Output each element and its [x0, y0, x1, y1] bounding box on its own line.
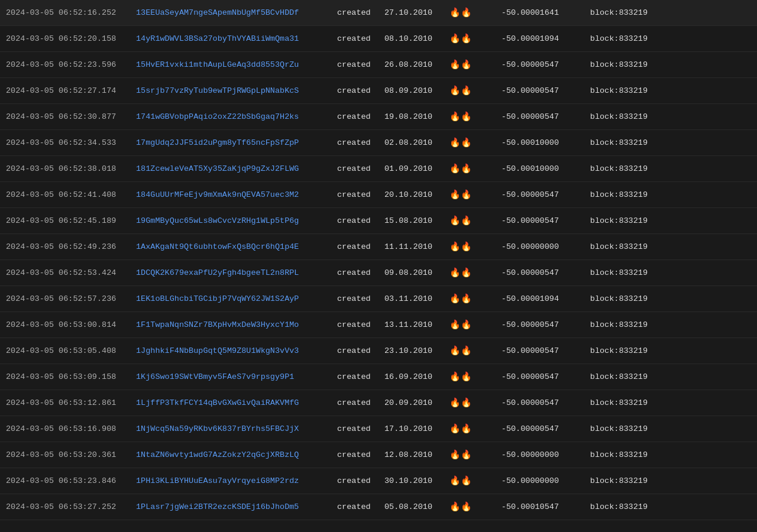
hash-link[interactable]: 1741wGBVobpPAqio2oxZ22bSbGgaq7H2ks — [136, 112, 299, 121]
hash-link[interactable]: 1DCQK2K679exaPfU2yFgh4bgeeTL2n8RPL — [136, 268, 299, 277]
fire-emoji: 🔥🔥 — [449, 59, 482, 70]
hash-link[interactable]: 1F1TwpaNqnSNZr7BXpHvMxDeW3HyxcY1Mo — [136, 320, 299, 329]
table-row: 2024-03-05 06:52:34.533 17mgUdq2JJF5id2u… — [0, 130, 757, 156]
amount-cell: -50.00000000 — [482, 242, 559, 251]
hash-link[interactable]: 1NtaZN6wvty1wdG7AzZokzY2qGcjXRBzLQ — [136, 450, 299, 459]
hash-link[interactable]: 1LjffP3TkfFCY14qBvGXwGivQaiRAKVMfG — [136, 398, 299, 407]
block-cell: block:833219 — [559, 268, 654, 277]
fire-emoji: 🔥🔥 — [449, 449, 482, 460]
block-cell: block:833219 — [559, 476, 654, 485]
hash-cell[interactable]: 1NtaZN6wvty1wdG7AzZokzY2qGcjXRBzLQ — [136, 450, 337, 459]
block-cell: block:833219 — [559, 8, 654, 17]
hash-link[interactable]: 13EEUaSeyAM7ngeSApemNbUgMf5BCvHDDf — [136, 8, 299, 17]
hash-link[interactable]: 1AxAKgaNt9Qt6ubhtowFxQsBQcr6hQ1p4E — [136, 242, 299, 251]
table-row: 2024-03-05 06:52:38.018 181ZcewleVeAT5Xy… — [0, 156, 757, 182]
date-cell: 23.10.2010 — [384, 346, 449, 355]
action-cell: created — [337, 372, 384, 381]
hash-cell[interactable]: 1LjffP3TkfFCY14qBvGXwGivQaiRAKVMfG — [136, 398, 337, 407]
timestamp-cell: 2024-03-05 06:53:27.252 — [6, 502, 136, 511]
amount-cell: -50.00000547 — [482, 190, 559, 199]
action-cell: created — [337, 502, 384, 511]
hash-link[interactable]: 1JghhkiF4NbBupGqtQ5M9Z8U1WkgN3vVv3 — [136, 346, 299, 355]
hash-cell[interactable]: 19GmMByQuc65wLs8wCvcVzRHg1WLp5tP6g — [136, 216, 337, 225]
hash-cell[interactable]: 1AxAKgaNt9Qt6ubhtowFxQsBQcr6hQ1p4E — [136, 242, 337, 251]
action-cell: created — [337, 138, 384, 147]
timestamp-cell: 2024-03-05 06:52:34.533 — [6, 138, 136, 147]
date-cell: 16.09.2010 — [384, 372, 449, 381]
hash-cell[interactable]: 14yR1wDWVL3BSa27obyThVYABiiWmQma31 — [136, 34, 337, 43]
timestamp-cell: 2024-03-05 06:52:16.252 — [6, 8, 136, 17]
block-cell: block:833219 — [559, 60, 654, 69]
fire-emoji: 🔥🔥 — [449, 501, 482, 512]
fire-emoji: 🔥🔥 — [449, 423, 482, 434]
hash-cell[interactable]: 1DCQK2K679exaPfU2yFgh4bgeeTL2n8RPL — [136, 268, 337, 277]
fire-emoji: 🔥🔥 — [449, 397, 482, 408]
amount-cell: -50.00000547 — [482, 112, 559, 121]
hash-cell[interactable]: 13EEUaSeyAM7ngeSApemNbUgMf5BCvHDDf — [136, 8, 337, 17]
hash-link[interactable]: 19GmMByQuc65wLs8wCvcVzRHg1WLp5tP6g — [136, 216, 299, 225]
action-cell: created — [337, 242, 384, 251]
fire-emoji: 🔥🔥 — [449, 475, 482, 486]
hash-cell[interactable]: 1Kj6Swo19SWtVBmyv5FAeS7v9rpsgy9P1 — [136, 372, 337, 381]
table-row: 2024-03-05 06:53:23.846 1PHi3KLiBYHUuEAs… — [0, 468, 757, 494]
action-cell: created — [337, 34, 384, 43]
hash-link[interactable]: 15srjb77vzRyTub9ewTPjRWGpLpNNabKcS — [136, 86, 299, 95]
date-cell: 12.08.2010 — [384, 450, 449, 459]
table-row: 2024-03-05 06:53:20.361 1NtaZN6wvty1wdG7… — [0, 442, 757, 468]
amount-cell: -50.00000547 — [482, 268, 559, 277]
timestamp-cell: 2024-03-05 06:52:53.424 — [6, 268, 136, 277]
block-cell: block:833219 — [559, 190, 654, 199]
hash-link[interactable]: 15HvER1vxki1mthAupLGeAq3dd8553QrZu — [136, 60, 299, 69]
fire-emoji: 🔥🔥 — [449, 293, 482, 304]
action-cell: created — [337, 8, 384, 17]
hash-cell[interactable]: 184GuUUrMFeEjv9mXmAk9nQEVA57uec3M2 — [136, 190, 337, 199]
hash-cell[interactable]: 1F1TwpaNqnSNZr7BXpHvMxDeW3HyxcY1Mo — [136, 320, 337, 329]
hash-cell[interactable]: 15srjb77vzRyTub9ewTPjRWGpLpNNabKcS — [136, 86, 337, 95]
amount-cell: -50.00001094 — [482, 34, 559, 43]
date-cell: 08.10.2010 — [384, 34, 449, 43]
timestamp-cell: 2024-03-05 06:52:30.877 — [6, 112, 136, 121]
hash-link[interactable]: 14yR1wDWVL3BSa27obyThVYABiiWmQma31 — [136, 34, 299, 43]
table-row: 2024-03-05 06:52:53.424 1DCQK2K679exaPfU… — [0, 260, 757, 286]
fire-emoji: 🔥🔥 — [449, 319, 482, 330]
hash-cell[interactable]: 15HvER1vxki1mthAupLGeAq3dd8553QrZu — [136, 60, 337, 69]
table-row: 2024-03-05 06:53:27.252 1PLasr7jgWei2BTR… — [0, 494, 757, 520]
hash-cell[interactable]: 17mgUdq2JJF5id2uPgm8yTf65ncFpSfZpP — [136, 138, 337, 147]
hash-link[interactable]: 1NjWcq5Na59yRKbv6K837rBYrhs5FBCJjX — [136, 424, 299, 433]
timestamp-cell: 2024-03-05 06:52:38.018 — [6, 164, 136, 173]
hash-cell[interactable]: 1PLasr7jgWei2BTR2ezcKSDEj16bJhoDm5 — [136, 502, 337, 511]
hash-cell[interactable]: 1741wGBVobpPAqio2oxZ22bSbGgaq7H2ks — [136, 112, 337, 121]
hash-cell[interactable]: 1JghhkiF4NbBupGqtQ5M9Z8U1WkgN3vVv3 — [136, 346, 337, 355]
block-cell: block:833219 — [559, 86, 654, 95]
hash-link[interactable]: 1PLasr7jgWei2BTR2ezcKSDEj16bJhoDm5 — [136, 502, 299, 511]
fire-emoji: 🔥🔥 — [449, 163, 482, 174]
hash-link[interactable]: 1Kj6Swo19SWtVBmyv5FAeS7v9rpsgy9P1 — [136, 372, 294, 381]
date-cell: 11.11.2010 — [384, 242, 449, 251]
date-cell: 08.09.2010 — [384, 86, 449, 95]
hash-link[interactable]: 17mgUdq2JJF5id2uPgm8yTf65ncFpSfZpP — [136, 138, 299, 147]
action-cell: created — [337, 216, 384, 225]
date-cell: 05.08.2010 — [384, 502, 449, 511]
main-table: 2024-03-05 06:52:16.252 13EEUaSeyAM7ngeS… — [0, 0, 757, 532]
block-cell: block:833219 — [559, 450, 654, 459]
hash-cell[interactable]: 1PHi3KLiBYHUuEAsu7ayVrqyeiG8MP2rdz — [136, 476, 337, 485]
date-cell: 13.11.2010 — [384, 320, 449, 329]
action-cell: created — [337, 294, 384, 303]
block-cell: block:833219 — [559, 164, 654, 173]
timestamp-cell: 2024-03-05 06:52:49.236 — [6, 242, 136, 251]
hash-link[interactable]: 1EK1oBLGhcbiTGCibjP7VqWY62JW1S2AyP — [136, 294, 299, 303]
hash-link[interactable]: 1PHi3KLiBYHUuEAsu7ayVrqyeiG8MP2rdz — [136, 476, 299, 485]
date-cell: 17.10.2010 — [384, 424, 449, 433]
timestamp-cell: 2024-03-05 06:52:20.158 — [6, 34, 136, 43]
hash-link[interactable]: 184GuUUrMFeEjv9mXmAk9nQEVA57uec3M2 — [136, 190, 299, 199]
action-cell: created — [337, 60, 384, 69]
fire-emoji: 🔥🔥 — [449, 137, 482, 148]
action-cell: created — [337, 346, 384, 355]
hash-link[interactable]: 181ZcewleVeAT5Xy35ZaKjqP9gZxJ2FLWG — [136, 164, 299, 173]
table-row: 2024-03-05 06:52:16.252 13EEUaSeyAM7ngeS… — [0, 0, 757, 26]
hash-cell[interactable]: 1EK1oBLGhcbiTGCibjP7VqWY62JW1S2AyP — [136, 294, 337, 303]
block-cell: block:833219 — [559, 372, 654, 381]
hash-cell[interactable]: 181ZcewleVeAT5Xy35ZaKjqP9gZxJ2FLWG — [136, 164, 337, 173]
timestamp-cell: 2024-03-05 06:52:45.189 — [6, 216, 136, 225]
hash-cell[interactable]: 1NjWcq5Na59yRKbv6K837rBYrhs5FBCJjX — [136, 424, 337, 433]
